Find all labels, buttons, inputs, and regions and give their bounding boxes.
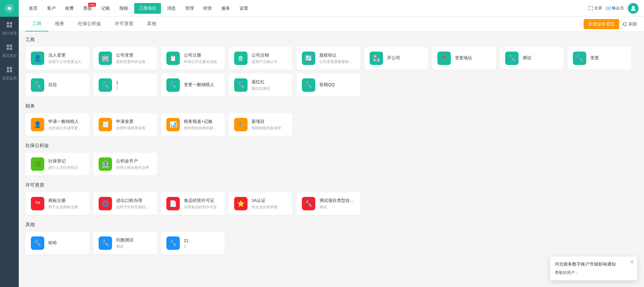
card-qianqi-qq[interactable]: 🔧 前期QQ — [297, 74, 360, 96]
card-haha[interactable]: 🔧 哈哈 — [25, 232, 89, 255]
card-desc: 股权变更外的业务变更 — [116, 59, 152, 64]
card-company-change[interactable]: 🏢 公司变更 股权变更外的业务变更 — [93, 47, 157, 70]
card-icon-3a-cert: ⭐ — [234, 197, 248, 210]
industry-cards: 👤 法人变更 适用于公司变更法人 🏢 公司变更 股权变更外的业务变更 📋 — [25, 47, 637, 96]
card-apply-taxpayer[interactable]: 👤 申请一般纳税人 当月或次月成变更完成 — [25, 113, 89, 136]
card-fund-account[interactable]: 🏦 公积金开户 办理公积金相关业务 — [93, 153, 157, 175]
card-desc: 1 — [184, 244, 219, 248]
other-cards: 🔧 哈哈 🔧 刘胞测试 测试 🔧 21 — [25, 232, 637, 255]
card-change-taxpayer[interactable]: 🔧 变更一般纳税人 — [161, 74, 225, 96]
card-icon-social-register: 🌿 — [31, 157, 44, 171]
card-equity-transfer[interactable]: 🔄 股权转让 公司变更需要股权转让 — [297, 47, 360, 70]
card-icon-food-license: 📄 — [166, 197, 180, 210]
card-desc: 测试 — [319, 205, 355, 210]
svg-rect-9 — [7, 67, 9, 69]
card-open-company[interactable]: 🏪 开公司 — [364, 47, 428, 70]
topnav-manage[interactable]: 管理 — [180, 0, 199, 17]
card-name: 变更地址 — [455, 55, 490, 61]
card-change-address[interactable]: 📍 变更地址 — [432, 47, 496, 70]
card-trademark[interactable]: ™ 商标注册 用于企业商标注册服务 — [25, 192, 89, 215]
sidebar-item-project-mgmt[interactable]: 项目管理 — [0, 17, 19, 39]
member-button[interactable]: 畅会员 — [606, 5, 624, 11]
svg-rect-4 — [10, 25, 12, 27]
topnav-message[interactable]: 消息 — [162, 0, 180, 17]
card-name: 3A认证 — [252, 198, 287, 204]
card-name: 股权转让 — [319, 52, 355, 58]
tab-other[interactable]: 其他 — [140, 17, 163, 31]
tab-bar: 工商 税务 社保公积金 许可资质 其他 新增业务类型 刷新 — [19, 17, 644, 31]
chart-icon — [5, 65, 14, 74]
sidebar-item-progress-monitor[interactable]: 进度监测 — [0, 62, 19, 84]
card-twenty-one[interactable]: 🔧 21 1 — [161, 232, 225, 255]
user-avatar[interactable] — [628, 3, 639, 14]
card-gehonghong[interactable]: 🔧 葛红红 葛红红测试 — [229, 74, 292, 96]
card-company-cancel[interactable]: 🗑 公司注销 适用于注销公司 — [229, 47, 292, 70]
refresh-button[interactable]: 刷新 — [623, 21, 637, 27]
card-name: 法人变更 — [48, 52, 84, 58]
svg-rect-6 — [10, 45, 12, 47]
svg-rect-2 — [10, 22, 12, 24]
card-import-export[interactable]: 🌐 进出口权办理 适用于对外贸易经营者 — [93, 192, 157, 215]
notification-close-button[interactable]: ✕ — [630, 259, 634, 265]
topnav-client[interactable]: 客户 — [42, 0, 60, 17]
fullscreen-button[interactable]: 全屏 — [588, 5, 602, 11]
topnav-accounting[interactable]: 记账 — [97, 0, 115, 17]
card-icon-new-project: 🔧 — [234, 118, 248, 131]
card-3a-cert[interactable]: ⭐ 3A认证 对企业信誉评级 — [229, 192, 292, 215]
topnav-tax[interactable]: 报税 — [115, 0, 133, 17]
card-one[interactable]: 🔧 1 1 — [93, 74, 157, 96]
sidebar-item-project-type[interactable]: 项目类型 — [0, 39, 19, 62]
card-desc: 适用于公司变更法人 — [48, 59, 84, 64]
card-social-register[interactable]: 🌿 社保登记 进行人员社保登记 — [25, 153, 89, 175]
card-desc: 公司变更需要股权转让 — [319, 59, 355, 64]
card-liupao-test[interactable]: 🔧 刘胞测试 测试 — [93, 232, 157, 255]
card-icon-test: 🔧 — [505, 52, 519, 65]
topnav: 首页 客户 收费 票据 new 记账 报税 工商项目 消息 管理 经营 服务 设… — [19, 0, 644, 17]
card-test-type[interactable]: 🔧 测试项目类型自定义 测试 — [297, 192, 360, 215]
card-change[interactable]: 🔧 变更 — [568, 47, 631, 70]
topnav-home[interactable]: 首页 — [24, 0, 42, 17]
topnav-industry[interactable]: 工商项目 — [134, 3, 161, 14]
section-title-tax: 税务 — [25, 103, 637, 109]
topnav-settings[interactable]: 设置 — [235, 0, 253, 17]
topnav-right: 全屏 畅会员 — [588, 3, 639, 14]
svg-rect-11 — [7, 70, 9, 72]
tab-bar-right: 新增业务类型 刷新 — [584, 19, 637, 29]
card-company-register[interactable]: 📋 公司注册 申请公司注册全流程 — [161, 47, 225, 70]
tab-industry[interactable]: 工商 — [25, 17, 48, 31]
card-name: 21 — [184, 238, 219, 243]
section-title-social: 社保公积金 — [25, 143, 637, 149]
card-legal-change[interactable]: 👤 法人变更 适用于公司变更法人 — [25, 47, 89, 70]
card-food-license[interactable]: 📄 食品经营许可证 办理食品经营许可证 — [161, 192, 225, 215]
card-desc: 进行人员社保登记 — [48, 165, 84, 170]
member-label: 畅会员 — [612, 5, 624, 11]
tab-social[interactable]: 社保公积金 — [71, 17, 108, 31]
topnav-ticket[interactable]: 票据 new — [78, 0, 97, 17]
card-new-project[interactable]: 🔧 新项目 报税加税控盘保管 — [229, 113, 292, 136]
card-desc: 办理申请发票业务 — [116, 126, 152, 131]
refresh-label: 刷新 — [629, 21, 637, 27]
topnav-billing[interactable]: 收费 — [60, 0, 78, 17]
section-title-license: 许可资质 — [25, 182, 637, 188]
card-tax-report[interactable]: 📊 税务报道+记账 拿到营业执照的新公司 — [161, 113, 225, 136]
topnav-operation[interactable]: 经营 — [199, 0, 217, 17]
card-desc: 申请公司注册全流程 — [184, 59, 219, 64]
notification-title: 河北税务数字账户升级影响通知 — [555, 261, 633, 267]
svg-rect-5 — [7, 45, 9, 47]
add-type-button[interactable]: 新增业务类型 — [584, 19, 619, 29]
tab-tax[interactable]: 税务 — [48, 17, 71, 31]
card-icon-gehonghong: 🔧 — [234, 78, 248, 92]
logo[interactable] — [0, 0, 19, 17]
card-icon-haha: 🔧 — [31, 236, 44, 250]
card-icon-one: 🔧 — [99, 78, 112, 92]
card-apply-invoice[interactable]: 🧾 申请发票 办理申请发票业务 — [93, 113, 157, 136]
topnav-service[interactable]: 服务 — [217, 0, 235, 17]
card-name: 变更 — [590, 55, 626, 61]
card-test[interactable]: 🔧 测试 — [500, 47, 564, 70]
card-icon-apply-taxpayer: 👤 — [31, 118, 44, 131]
card-icon-trademark: ™ — [31, 197, 44, 210]
card-icon-equity-transfer: 🔄 — [302, 52, 315, 65]
tab-license[interactable]: 许可资质 — [108, 17, 140, 31]
card-icon-qianqi-qq: 🔧 — [302, 78, 315, 92]
card-lala[interactable]: 🔧 拉拉 — [25, 74, 89, 96]
